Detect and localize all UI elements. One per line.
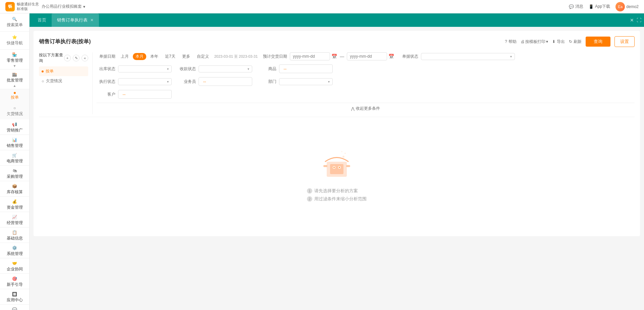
filter-out-status-group: 出库状态 ▾ (97, 65, 172, 72)
svg-point-5 (339, 167, 340, 168)
finance-icon: 💰 (12, 199, 17, 204)
sidebar-item-ecommerce[interactable]: 🛒 电商管理 (0, 150, 29, 166)
filter-dept-group: 部门 ▾ (258, 78, 333, 85)
tab-bar: 首页 销售订单执行表 ✕ ✕ ⛶ (30, 13, 644, 27)
filter-main: 单据日期 上月 本月 本年 近7天 更多 自定义 2023-03-01 至 20… (97, 52, 635, 114)
empty-icon-area (320, 147, 354, 181)
collapse-scheme-button[interactable]: « (82, 55, 88, 61)
wechat-icon: 💬 (12, 307, 17, 310)
filter-section: 按以下方案查询 + ✎ « 按单 ○ (39, 52, 635, 114)
tab-maximize-icon[interactable]: ⛶ (637, 17, 641, 23)
page-content: 销售订单执行表(按单) ? 帮助 🖨 按模板打印 ▾ ⬇ (30, 27, 644, 310)
add-scheme-button[interactable]: + (64, 55, 71, 61)
sidebar-item-inventory[interactable]: 📦 库存核算 (0, 181, 29, 197)
app-download-button[interactable]: 📱 App下载 (589, 4, 610, 9)
goods-select[interactable]: ··· (279, 64, 333, 73)
sidebar-item-newbie[interactable]: 🎯 新手引导 (0, 274, 29, 289)
nav-icon: ⭐ (12, 35, 17, 40)
salesperson-select[interactable]: ··· (199, 77, 252, 86)
sidebar-sub-item-debt[interactable]: ○ 欠货情况 (0, 103, 29, 119)
exec-status-label: 执行状态 (97, 79, 115, 85)
dept-select[interactable]: ▾ (279, 78, 333, 85)
chevron-up-icon: ▲ (13, 84, 16, 88)
sidebar-item-enterprise[interactable]: 🤝 企业协同 (0, 258, 29, 274)
enterprise-icon: 🤝 (12, 261, 17, 266)
logo-text: 畅捷通好生意 标准版 (17, 2, 39, 11)
filter-row-4: 客户 ··· (97, 90, 635, 99)
exec-status-select[interactable]: ▾ (118, 78, 172, 85)
sidebar-item-purchase[interactable]: 🛍 采购管理 (0, 166, 29, 181)
sidebar-item-operations[interactable]: 📈 经营管理 (0, 212, 29, 227)
help-button[interactable]: ? 帮助 (505, 39, 517, 45)
logo-icon: 畅 (5, 2, 15, 11)
status-select[interactable]: ▾ (421, 53, 515, 60)
filter-customer-group: 客户 ··· (97, 90, 172, 99)
svg-point-9 (344, 153, 346, 154)
date-tab-this-year[interactable]: 本年 (148, 53, 161, 60)
payment-status-select[interactable]: ▾ (199, 65, 252, 72)
sidebar-item-wholesale[interactable]: 🏬 批发管理 ▲ (0, 69, 29, 89)
filter-salesperson-group: 业务员 ··· (177, 77, 252, 86)
date-tab-custom[interactable]: 自定义 (194, 53, 212, 60)
svg-point-10 (341, 151, 342, 152)
sidebar-sub-item-order[interactable]: 按单 (0, 89, 29, 103)
export-icon: ⬇ (552, 39, 555, 44)
date-tab-last7[interactable]: 近7天 (162, 53, 178, 60)
wholesale-sub-items: 按单 ○ 欠货情况 (0, 89, 29, 119)
settings-button[interactable]: 设置 (614, 36, 635, 47)
print-button[interactable]: 🖨 按模板打印 ▾ (521, 39, 548, 45)
expected-date-end[interactable] (347, 52, 387, 60)
sidebar-quick-nav[interactable]: ⭐ 快捷导航 (0, 32, 29, 50)
query-button[interactable]: 查询 (586, 37, 610, 47)
sales-icon: 📊 (12, 138, 17, 142)
system-icon: ⚙️ (12, 246, 17, 250)
content-area: 首页 销售订单执行表 ✕ ✕ ⛶ 销售订单执行表(按单) ? (30, 13, 644, 310)
tab-home[interactable]: 首页 (32, 13, 52, 27)
user-menu[interactable]: Ea demo2 (615, 2, 639, 11)
tab-sales-order[interactable]: 销售订单执行表 ✕ (52, 13, 99, 27)
sidebar-item-sales[interactable]: 📊 销售管理 (0, 135, 29, 150)
wholesale-icon: 🏬 (12, 72, 17, 77)
sidebar-item-basic[interactable]: 📋 基础信息 (0, 227, 29, 243)
operations-icon: 📈 (12, 215, 17, 219)
download-icon: 📱 (589, 4, 594, 9)
tab-minimize-icon[interactable]: ✕ (630, 17, 634, 23)
title-actions: ? 帮助 🖨 按模板打印 ▾ ⬇ 导出 ↻ (505, 36, 635, 47)
sidebar-item-retail[interactable]: 🏪 零售管理 ▼ (0, 50, 29, 69)
empty-state: 1 请先选择要分析的方案 2 用过滤条件来缩小分析范围 (39, 120, 635, 231)
customer-select[interactable]: ··· (118, 90, 172, 99)
export-button[interactable]: ⬇ 导出 (552, 39, 565, 45)
inventory-icon: 📦 (12, 184, 17, 189)
active-dot (14, 92, 16, 94)
scheme-item-by-order[interactable]: 按单 (39, 66, 88, 76)
sidebar-item-wechat[interactable]: 💬 企业微信 (0, 305, 29, 310)
message-button[interactable]: 💬 消息 (569, 4, 583, 9)
filter-date-group: 单据日期 上月 本月 本年 近7天 更多 自定义 2023-03-01 至 20… (97, 53, 258, 60)
collapse-button[interactable]: ⋀ 收起更多条件 (97, 103, 635, 114)
out-status-select[interactable]: ▾ (118, 65, 172, 72)
sidebar-item-system[interactable]: ⚙️ 系统管理 (0, 243, 29, 258)
chevron-down-icon: ▾ (83, 4, 85, 9)
edit-scheme-button[interactable]: ✎ (73, 55, 79, 61)
expected-date-start[interactable] (290, 52, 330, 60)
date-tab-more[interactable]: 更多 (179, 53, 193, 60)
date-tab-this-month[interactable]: 本月 (133, 53, 146, 60)
ecommerce-icon: 🛒 (12, 153, 17, 158)
filter-row-2: 出库状态 ▾ 收款状态 ▾ (97, 64, 635, 73)
filter-sidebar: 按以下方案查询 + ✎ « 按单 ○ (39, 52, 93, 114)
out-status-label: 出库状态 (97, 66, 115, 72)
filter-row-1: 单据日期 上月 本月 本年 近7天 更多 自定义 2023-03-01 至 20… (97, 52, 635, 60)
refresh-button[interactable]: ↻ 刷新 (569, 39, 582, 45)
tab-close-icon[interactable]: ✕ (90, 18, 94, 22)
scheme-item-by-debt[interactable]: ○ 欠货情况 (39, 76, 88, 86)
sidebar-search[interactable]: 🔍 搜索菜单 (0, 13, 29, 32)
divider (39, 117, 635, 117)
date-tab-last-month[interactable]: 上月 (118, 53, 131, 60)
filter-goods-group: 商品 ··· (258, 64, 333, 73)
app-selector[interactable]: 办公用品行业模拟账套 ▾ (42, 4, 85, 9)
more-icon: ··· (122, 92, 125, 97)
sidebar-item-marketing[interactable]: 📢 营销推广 (0, 119, 29, 135)
filter-scheme-label: 按以下方案查询 + ✎ « (39, 52, 88, 64)
sidebar-item-finance[interactable]: 💰 资金管理 (0, 197, 29, 212)
sidebar-item-app-center[interactable]: 🔲 应用中心 (0, 289, 29, 305)
